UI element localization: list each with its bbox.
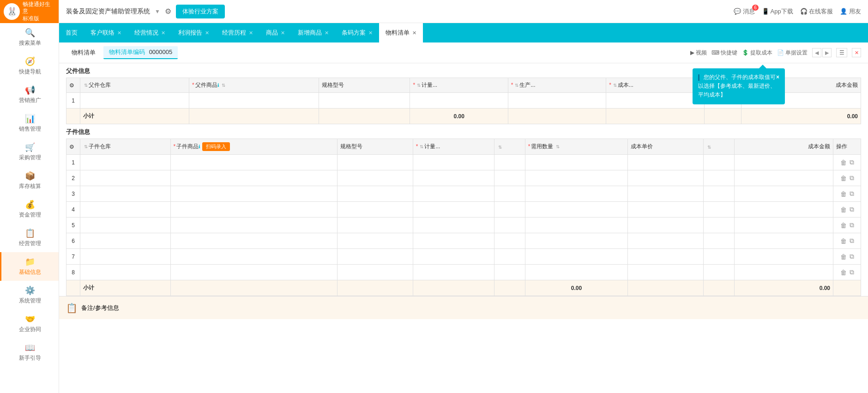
copy-icon-2[interactable]: ⧉ xyxy=(850,174,854,182)
user-avatar[interactable]: 👤 用友 xyxy=(840,7,861,16)
child-row-3-unit-cost[interactable] xyxy=(628,186,703,202)
child-row-1-unit[interactable] xyxy=(413,155,494,170)
child-row-3-qty[interactable] xyxy=(525,186,627,202)
settings-gear-icon[interactable]: ⚙ xyxy=(69,82,74,89)
child-row-1-unit-cost[interactable] xyxy=(628,155,703,170)
delete-icon-7[interactable]: 🗑 xyxy=(840,253,847,260)
child-row-1-goods[interactable] xyxy=(170,155,338,170)
close-tab-history[interactable]: ✕ xyxy=(249,30,253,36)
child-row-6-warehouse[interactable] xyxy=(80,233,171,249)
child-row-4-qty[interactable] xyxy=(525,202,627,218)
system-dropdown-icon[interactable]: ▼ xyxy=(155,8,160,15)
child-row-2-unit-cost[interactable] xyxy=(628,170,703,186)
sidebar-item-finance[interactable]: 💰资金管理 xyxy=(0,195,59,224)
child-row-2-unit[interactable] xyxy=(413,170,494,186)
child-row-5-goods[interactable] xyxy=(170,218,338,233)
child-row-5-spec[interactable] xyxy=(338,218,413,233)
sidebar-item-purchase[interactable]: 🛒采购管理 xyxy=(0,138,59,166)
delete-icon-6[interactable]: 🗑 xyxy=(840,237,847,245)
sidebar-item-quick-nav[interactable]: 🧭快捷导航 xyxy=(0,52,59,80)
sidebar-item-inventory[interactable]: 📦库存核算 xyxy=(0,166,59,195)
copy-icon-5[interactable]: ⧉ xyxy=(850,221,854,229)
child-row-7-goods[interactable] xyxy=(170,249,338,265)
sidebar-item-basic[interactable]: 📁基础信息 xyxy=(0,252,59,281)
app-download-btn[interactable]: 📱 App下载 xyxy=(762,7,793,16)
child-row-5-qty[interactable] xyxy=(525,218,627,233)
tooltip-close[interactable]: × xyxy=(776,73,779,82)
child-row-4-warehouse[interactable] xyxy=(80,202,171,218)
child-row-8-warehouse[interactable] xyxy=(80,265,171,280)
close-tab-bom[interactable]: ✕ xyxy=(412,30,416,36)
child-row-2-spec[interactable] xyxy=(338,170,413,186)
close-tab-profit[interactable]: ✕ xyxy=(205,30,209,36)
sidebar-item-guide[interactable]: 📖新手引导 xyxy=(0,338,59,367)
try-button[interactable]: 体验行业方案 xyxy=(176,5,225,18)
shortcut-btn[interactable]: ⌨ 快捷键 xyxy=(711,49,737,57)
child-row-5-unit[interactable] xyxy=(413,218,494,233)
copy-icon-6[interactable]: ⧉ xyxy=(850,237,854,245)
child-row-5-unit-cost[interactable] xyxy=(628,218,703,233)
close-tab-goods[interactable]: ✕ xyxy=(281,30,285,36)
parent-row-1-production[interactable] xyxy=(508,93,606,109)
sidebar-item-operations[interactable]: 📋经营管理 xyxy=(0,224,59,252)
child-row-7-warehouse[interactable] xyxy=(80,249,171,265)
tab-bom-code[interactable]: 物料清单编码 0000005 xyxy=(103,46,178,59)
sidebar-item-search[interactable]: 🔍搜索菜单 xyxy=(0,23,59,52)
child-settings-gear-icon[interactable]: ⚙ xyxy=(69,144,74,150)
tab-bom-list[interactable]: 物料清单 xyxy=(66,47,101,59)
child-row-6-spec[interactable] xyxy=(338,233,413,249)
child-row-8-qty[interactable] xyxy=(525,265,627,280)
parent-row-1-unit[interactable] xyxy=(410,93,508,109)
child-row-2-goods[interactable] xyxy=(170,170,338,186)
child-row-5-warehouse[interactable] xyxy=(80,218,171,233)
copy-icon-8[interactable]: ⧉ xyxy=(850,268,854,276)
parent-row-1-goods[interactable] xyxy=(189,93,319,109)
copy-icon-4[interactable]: ⧉ xyxy=(850,206,854,213)
delete-icon-2[interactable]: 🗑 xyxy=(840,175,847,182)
sidebar-item-sales[interactable]: 📊销售管理 xyxy=(0,109,59,138)
delete-icon-3[interactable]: 🗑 xyxy=(840,190,847,198)
nav-tab-customers[interactable]: 客户联络✕ xyxy=(84,23,128,42)
copy-icon-7[interactable]: ⧉ xyxy=(850,253,854,260)
copy-icon-1[interactable]: ⧉ xyxy=(850,158,854,166)
close-tab-customers[interactable]: ✕ xyxy=(117,30,121,36)
child-row-4-spec[interactable] xyxy=(338,202,413,218)
child-row-2-warehouse[interactable] xyxy=(80,170,171,186)
sidebar-item-enterprise[interactable]: 🤝企业协同 xyxy=(0,309,59,338)
nav-tab-profit[interactable]: 利润报告✕ xyxy=(172,23,216,42)
close-tab-new-goods[interactable]: ✕ xyxy=(325,30,329,36)
messages-btn[interactable]: 💬 6 消息 xyxy=(734,7,755,16)
cost-btn[interactable]: 💲 提取成本 xyxy=(742,49,772,57)
nav-tab-barcode[interactable]: 条码方案✕ xyxy=(335,23,379,42)
child-row-6-unit[interactable] xyxy=(413,233,494,249)
nav-tab-goods[interactable]: 商品✕ xyxy=(259,23,291,42)
parent-row-1-spec[interactable] xyxy=(319,93,410,109)
child-row-7-unit-cost[interactable] xyxy=(628,249,703,265)
child-row-7-spec[interactable] xyxy=(338,249,413,265)
child-row-3-spec[interactable] xyxy=(338,186,413,202)
delete-icon-5[interactable]: 🗑 xyxy=(840,222,847,229)
close-tab-btn[interactable]: ✕ xyxy=(852,48,861,57)
child-row-1-spec[interactable] xyxy=(338,155,413,170)
sidebar-item-system[interactable]: ⚙️系统管理 xyxy=(0,281,59,309)
child-row-8-unit[interactable] xyxy=(413,265,494,280)
settings-icon[interactable]: ⚙ xyxy=(165,7,171,16)
copy-icon-3[interactable]: ⧉ xyxy=(850,190,854,198)
nav-tab-home[interactable]: 首页 xyxy=(59,23,84,42)
online-service-btn[interactable]: 🎧 在线客服 xyxy=(800,7,833,16)
child-row-6-unit-cost[interactable] xyxy=(628,233,703,249)
single-settings-btn[interactable]: 📄 单据设置 xyxy=(777,49,808,57)
sidebar-item-marketing[interactable]: 📢营销推广 xyxy=(0,80,59,109)
parent-row-1-cost[interactable] xyxy=(606,93,704,109)
child-row-1-warehouse[interactable] xyxy=(80,155,171,170)
nav-tab-new-goods[interactable]: 新增商品✕ xyxy=(291,23,335,42)
nav-tab-operations[interactable]: 经营情况✕ xyxy=(128,23,172,42)
child-row-4-unit[interactable] xyxy=(413,202,494,218)
child-row-8-goods[interactable] xyxy=(170,265,338,280)
child-row-4-goods[interactable] xyxy=(170,202,338,218)
child-row-6-qty[interactable] xyxy=(525,233,627,249)
delete-icon-4[interactable]: 🗑 xyxy=(840,206,847,213)
child-row-1-qty[interactable] xyxy=(525,155,627,170)
delete-icon-1[interactable]: 🗑 xyxy=(840,159,847,166)
nav-tab-bom[interactable]: 物料清单✕ xyxy=(379,23,423,42)
